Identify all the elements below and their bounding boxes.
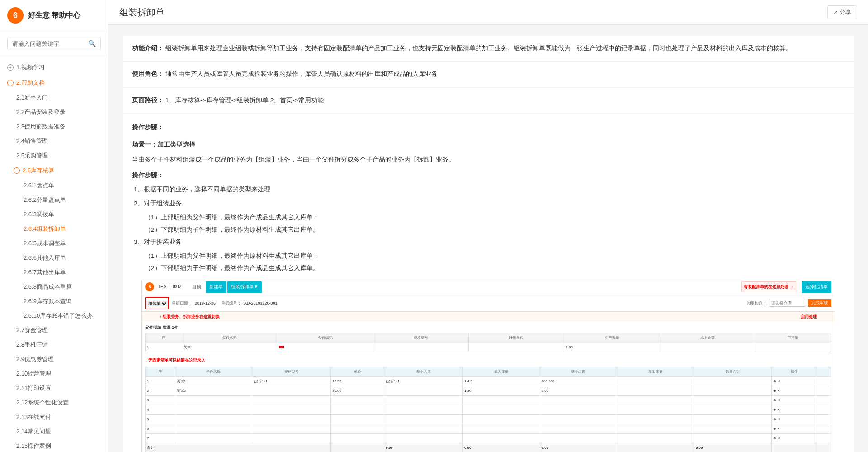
sidebar-item-assembly[interactable]: 2.6.4组装拆卸单	[0, 222, 108, 236]
sidebar-item-stock-err[interactable]: 2.6.10库存账本错了怎么办	[0, 309, 108, 323]
ops-section: 操作步骤： 场景一：加工类型选择 当由多个子件材料组装成一个成品的业务为【组装】…	[123, 114, 854, 452]
ops-title: 操作步骤：	[132, 121, 844, 133]
mock-btn-select: 选择配清单	[802, 281, 831, 293]
screenshot-container: 6 TEST-H002 自购 新建单 组装拆卸单▼ 有装配清单的在这里处理 →	[141, 279, 835, 452]
search-box[interactable]: 🔍	[7, 37, 101, 50]
sidebar-item-faq[interactable]: 2.14常见问题	[0, 424, 108, 439]
page-title: 组装拆卸单	[119, 6, 165, 19]
mock-warehouse-label: 仓库名称：	[746, 299, 766, 307]
mock-th-cost-amt: 成本金额	[660, 333, 755, 343]
mock-lth-base-in: 基本入库	[384, 367, 463, 376]
collapse-inventory-icon: −	[14, 167, 20, 174]
sidebar-item-print[interactable]: 2.11打印设置	[0, 381, 108, 395]
sidebar-item-count[interactable]: 2.6.1盘点单	[0, 178, 108, 193]
step3-subs: （1）上部明细为父件明细，最终作为原材料生成其它出库单； （2）下部明细为子件明…	[145, 250, 844, 274]
sidebar-item-purchase[interactable]: 2.5采购管理	[0, 148, 108, 163]
mock-lower-table: 序 子件名称 规格型号 单位 基本入库 单入库量 基本出库 单出库量 数量合计	[145, 367, 831, 452]
mock-upper-table: 序 父件名称 父件编码 规格型号 计量单位 生产数量 成本金额 可用量	[145, 333, 831, 352]
sidebar-item-transfer[interactable]: 2.6.3调拨单	[0, 207, 108, 222]
sidebar-item-inventory[interactable]: − 2.6库存核算	[0, 163, 108, 178]
mock-annotation-2: ↑ 组装业务、拆卸业务在这里切换	[160, 313, 220, 321]
mock-annotation-1: 有装配清单的在这里处理 →	[741, 281, 796, 292]
sidebar-item-install[interactable]: 2.2产品安装及登录	[0, 105, 108, 119]
sidebar-item-label: 2.帮助文档	[16, 79, 45, 87]
mock-lower-row-4: 4⊕ ✕	[146, 405, 831, 414]
mock-annotation-4: ↓ 无固定清单可以组装在这里录入	[145, 358, 205, 362]
mock-app: 6 TEST-H002 自购 新建单 组装拆卸单▼ 有装配清单的在这里处理 →	[142, 279, 835, 452]
sidebar-item-docs[interactable]: − 2.帮助文档	[0, 75, 108, 90]
sidebar-item-video[interactable]: + 1.视频学习	[0, 60, 108, 75]
share-button[interactable]: ↗ 分享	[827, 5, 857, 19]
step2-subs: （1）上部明细为父件明细，最终作为产成品生成其它入库单； （2）下部明细为子件明…	[145, 211, 844, 236]
mock-date-value: 2019-12-26	[195, 299, 216, 307]
mock-num-value: AD-20191226-001	[244, 299, 278, 307]
sidebar-item-ops[interactable]: 2.10经营管理	[0, 366, 108, 381]
step3-sub1: （1）上部明细为父件明细，最终作为原材料生成其它出库单；	[145, 250, 844, 262]
sidebar-item-cost-calc[interactable]: 2.6.8商品成本重算	[0, 280, 108, 294]
mock-lower-row-1: 1 测试1 (公斤)+1: 10:50 (公斤)+1: 1:4:5 880:90…	[146, 376, 831, 386]
step2-sub2: （2）下部明细为子件明细，最终作为原材料生成其它出库单。	[145, 224, 844, 236]
sidebar-item-system[interactable]: 2.12系统个性化设置	[0, 395, 108, 410]
mock-lower-footer: 合计 0.00 0.00 0.00 0.00	[146, 443, 831, 452]
step2-sub1: （1）上部明细为父件明细，最终作为产成品生成其它入库单；	[145, 211, 844, 224]
sidebar-item-payment[interactable]: 2.13在线支付	[0, 410, 108, 424]
mock-nav-tabs: 自购 新建单 组装拆卸单▼	[189, 281, 262, 293]
intro-label: 功能介绍：	[132, 45, 164, 52]
mock-th-unit: 计量单位	[469, 333, 564, 343]
sidebar-item-other-in[interactable]: 2.6.6其他入库单	[0, 251, 108, 265]
mock-annotation-3: 启用处理	[801, 313, 817, 321]
mock-upper-row-1: 1 关木 1.00	[146, 343, 831, 352]
sidebar-item-new[interactable]: 2.1新手入门	[0, 90, 108, 105]
logo-area: 6 好生意 帮助中心	[0, 0, 108, 31]
sidebar-item-partial[interactable]: 2.6.2分量盘点单	[0, 193, 108, 207]
mock-lth-base-out: 基本出库	[540, 367, 617, 376]
content-area: 功能介绍： 组装拆卸单用来处理企业组装或拆卸等加工业务，支持有固定装配清单的产品…	[108, 25, 868, 452]
mock-lth-op: 操作	[771, 367, 817, 376]
search-icon[interactable]: 🔍	[88, 40, 96, 47]
search-input[interactable]	[12, 40, 88, 47]
mock-form-area: 组装单 拆卸单 单据日期： 2019-12-26 单据编号： AD-201912…	[142, 295, 835, 312]
mock-warehouse-input[interactable]	[769, 300, 805, 307]
path-text: 1、库存核算->库存管理->组装拆卸单 2、首页->常用功能	[165, 97, 324, 104]
mock-lth-spec: 规格型号	[252, 367, 331, 376]
sidebar-item-cases[interactable]: 2.15操作案例	[0, 439, 108, 452]
mock-topbar: 6 TEST-H002 自购 新建单 组装拆卸单▼ 有装配清单的在这里处理 →	[142, 279, 835, 295]
step3-sub2: （2）下部明细为子件明细，最终作为产成品生成其它入库单。	[145, 262, 844, 274]
nav-list: + 1.视频学习 − 2.帮助文档 2.1新手入门 2.2产品安装及登录 2.3…	[0, 56, 108, 452]
sidebar-item-cost-adj[interactable]: 2.6.5成本调整单	[0, 236, 108, 251]
step1: 1、根据不同的业务，选择不同单据的类型来处理	[134, 183, 844, 195]
sidebar-item-label: 2.6库存核算	[23, 167, 54, 175]
mock-lth-qty-total: 数量合计	[694, 367, 771, 376]
mock-upper-table-label: 父件明细 数量 1件	[145, 324, 831, 332]
role-label: 使用角色：	[132, 71, 164, 77]
sidebar-item-mobile[interactable]: 2.8手机旺铺	[0, 338, 108, 352]
expand-icon: +	[7, 64, 14, 71]
logo-icon: 6	[7, 7, 24, 24]
sidebar-item-stock-check[interactable]: 2.6.9库存账本查询	[0, 294, 108, 309]
sidebar-item-sales[interactable]: 2.4销售管理	[0, 134, 108, 148]
mock-company: TEST-H002	[158, 282, 181, 291]
sidebar-item-finance[interactable]: 2.7资金管理	[0, 323, 108, 338]
mock-th-seq: 序	[146, 333, 182, 343]
mock-lower-row-3: 3⊕ ✕	[146, 395, 831, 405]
mock-lth-unit: 单位	[330, 367, 384, 376]
content-box: 功能介绍： 组装拆卸单用来处理企业组装或拆卸等加工业务，支持有固定装配清单的产品…	[123, 36, 854, 452]
mock-lower-row-7: 7⊕ ✕	[146, 433, 831, 443]
mock-date-label: 单据日期：	[172, 299, 192, 307]
mock-lth-extra	[817, 367, 831, 376]
mock-lower-row-6: 6⊕ ✕	[146, 424, 831, 433]
path-section: 页面路径： 1、库存核算->库存管理->组装拆卸单 2、首页->常用功能	[123, 88, 854, 114]
main-header: 组装拆卸单 ↗ 分享	[108, 0, 868, 25]
mock-complete-btn[interactable]: 完成审核	[808, 299, 831, 307]
sidebar: 6 好生意 帮助中心 🔍 + 1.视频学习 − 2.帮助文档 2.1新手入门 2…	[0, 0, 108, 452]
mock-upper-table-area: 父件明细 数量 1件 序 父件名称 父件编码 规格型号 计量单位	[142, 322, 835, 354]
sidebar-item-other-out[interactable]: 2.6.7其他出库单	[0, 265, 108, 280]
step-list: 1、根据不同的业务，选择不同单据的类型来处理 2、对于组装业务 （1）上部明细为…	[134, 183, 844, 274]
intro-section: 功能介绍： 组装拆卸单用来处理企业组装或拆卸等加工业务，支持有固定装配清单的产品…	[123, 36, 854, 62]
scene1-desc: 当由多个子件材料组装成一个成品的业务为【组装】业务，当由一个父件拆分成多个子产品…	[132, 153, 844, 166]
share-icon: ↗	[833, 9, 838, 15]
mock-annotation-row: ↑ 组装业务、拆卸业务在这里切换 启用处理	[142, 312, 835, 322]
sidebar-item-coupon[interactable]: 2.9优惠券管理	[0, 352, 108, 366]
mock-type-select[interactable]: 组装单 拆卸单	[146, 301, 168, 306]
sidebar-item-data[interactable]: 2.3使用前数据准备	[0, 119, 108, 134]
